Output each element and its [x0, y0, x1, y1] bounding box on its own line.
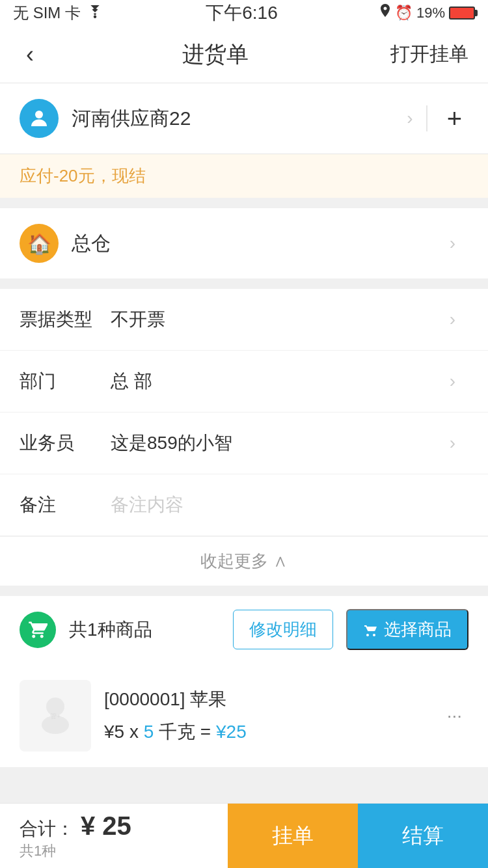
remark-label: 备注 [20, 493, 98, 517]
product-total: ¥25 [216, 722, 247, 742]
svg-point-1 [35, 111, 43, 118]
product-item: 管+ [0000001] 苹果 ¥5 x 5 千克 = ¥25 ··· [0, 664, 488, 767]
edit-detail-button[interactable]: 修改明细 [233, 610, 333, 649]
main-content: 河南供应商22 › + 应付-20元，现结 🏠 总仓 › 票据类型 不开票 › … [0, 83, 488, 856]
supplier-row[interactable]: 河南供应商22 › + [0, 83, 488, 154]
salesman-chevron-icon: › [450, 433, 455, 454]
product-section-icon [20, 612, 56, 648]
form-card: 票据类型 不开票 › 部门 总 部 › 业务员 这是859的小智 › 备注 备注… [0, 289, 488, 586]
total-sub: 共1种 [20, 841, 208, 861]
remark-input[interactable]: 备注内容 [98, 493, 468, 517]
product-unit-price: ¥5 [104, 722, 124, 742]
dept-label: 部门 [20, 369, 98, 394]
remark-row[interactable]: 备注 备注内容 [0, 474, 488, 536]
collapse-toggle[interactable]: 收起更多 ∧ [0, 536, 488, 586]
ticket-type-label: 票据类型 [20, 307, 98, 332]
svg-text:管+: 管+ [50, 712, 61, 720]
supplier-notice: 应付-20元，现结 [0, 154, 488, 198]
checkout-button[interactable]: 结算 [358, 804, 488, 869]
total-area: 合计： ¥ 25 共1种 [0, 811, 228, 861]
battery-percent: 19% [416, 5, 445, 21]
salesman-value: 这是859的小智 [98, 431, 450, 455]
carrier-text: 无 SIM 卡 [13, 3, 81, 23]
dept-row[interactable]: 部门 总 部 › [0, 351, 488, 413]
status-time: 下午6:16 [206, 1, 278, 25]
product-name: [0000001] 苹果 [104, 687, 427, 712]
select-product-label: 选择商品 [384, 618, 452, 641]
product-multiply: x [129, 722, 144, 742]
product-equals: = [200, 722, 216, 742]
total-text: 合计： [20, 817, 74, 841]
hang-button[interactable]: 挂单 [228, 804, 358, 869]
supplier-name: 河南供应商22 [72, 105, 407, 132]
dept-chevron-icon: › [450, 371, 455, 392]
supplier-avatar [20, 99, 59, 138]
product-info: [0000001] 苹果 ¥5 x 5 千克 = ¥25 [104, 687, 427, 744]
svg-point-0 [94, 16, 96, 18]
ticket-type-chevron-icon: › [450, 309, 455, 330]
location-icon [379, 4, 391, 22]
warehouse-chevron-icon: › [450, 233, 455, 254]
alarm-icon: ⏰ [395, 5, 413, 21]
open-hang-button[interactable]: 打开挂单 [390, 41, 468, 68]
wifi-icon [86, 4, 104, 22]
product-title: 苹果 [190, 689, 226, 709]
product-price: ¥5 x 5 千克 = ¥25 [104, 720, 427, 744]
product-qty: 5 [144, 722, 154, 742]
total-amount: ¥ 25 [81, 811, 131, 841]
supplier-divider [426, 105, 427, 131]
salesman-row[interactable]: 业务员 这是859的小智 › [0, 413, 488, 474]
status-indicators: ⏰ 19% [379, 4, 475, 22]
nav-bar: ‹ 进货单 打开挂单 [0, 26, 488, 83]
warehouse-name: 总仓 [72, 230, 450, 257]
ticket-type-row[interactable]: 票据类型 不开票 › [0, 289, 488, 351]
salesman-label: 业务员 [20, 431, 98, 455]
status-carrier: 无 SIM 卡 [13, 3, 104, 23]
warehouse-row[interactable]: 🏠 总仓 › [0, 208, 488, 278]
back-button[interactable]: ‹ [20, 34, 40, 75]
supplier-card: 河南供应商22 › + 应付-20元，现结 [0, 83, 488, 198]
dept-value: 总 部 [98, 369, 450, 394]
battery-icon [449, 7, 475, 20]
status-bar: 无 SIM 卡 下午6:16 ⏰ 19% [0, 0, 488, 26]
product-header: 共1种商品 修改明细 选择商品 [0, 596, 488, 663]
bottom-bar: 合计： ¥ 25 共1种 挂单 结算 [0, 803, 488, 868]
product-thumbnail: 管+ [20, 680, 91, 752]
supplier-chevron-icon: › [407, 108, 413, 129]
product-code: [0000001] [104, 689, 185, 709]
page-title: 进货单 [182, 40, 249, 70]
ticket-type-value: 不开票 [98, 307, 450, 332]
product-more-button[interactable]: ··· [441, 699, 468, 733]
product-section: 共1种商品 修改明细 选择商品 管+ [0000001] [0, 596, 488, 767]
total-label: 合计： ¥ 25 [20, 811, 208, 841]
select-product-button[interactable]: 选择商品 [346, 609, 468, 650]
warehouse-card[interactable]: 🏠 总仓 › [0, 208, 488, 278]
add-button[interactable]: + [441, 104, 468, 133]
product-unit: 千克 [159, 722, 195, 742]
warehouse-icon: 🏠 [20, 224, 59, 263]
product-count: 共1种商品 [69, 617, 220, 642]
